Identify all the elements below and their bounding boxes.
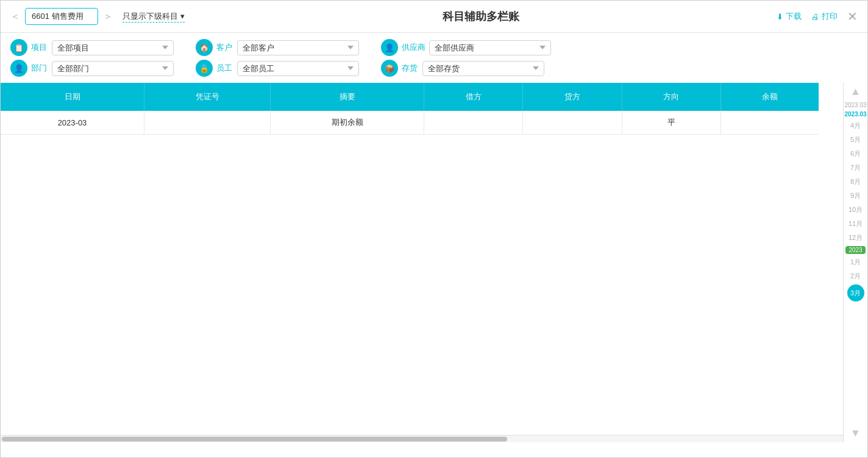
scrollbar-thumb	[2, 437, 507, 442]
main-window: ＜ 6601 销售费用 ＞ 只显示下级科目 ▾ 科目辅助多栏账 ⬇ 下载 🖨 打…	[0, 0, 868, 458]
cell-summary: 期初余额	[271, 111, 424, 135]
supplier-icon: 👤	[381, 39, 398, 56]
project-label: 项目	[31, 42, 48, 53]
cell-credit	[523, 111, 622, 135]
col-balance: 余额	[720, 83, 819, 111]
filter-item-employee: 🔒 员工 全部员工	[196, 60, 359, 77]
timeline-item-12[interactable]: 12月	[844, 231, 867, 245]
department-icon: 👤	[10, 60, 27, 77]
timeline-item-5[interactable]: 5月	[844, 133, 867, 147]
col-voucher: 凭证号	[144, 83, 271, 111]
employee-icon: 🔒	[196, 60, 213, 77]
download-icon: ⬇	[777, 12, 783, 21]
employee-select[interactable]: 全部员工	[237, 61, 359, 76]
top-bar: ＜ 6601 销售费用 ＞ 只显示下级科目 ▾ 科目辅助多栏账 ⬇ 下载 🖨 打…	[1, 1, 867, 33]
filter-item-department: 👤 部门 全部部门	[10, 60, 174, 77]
filter-item-project: 📋 项目 全部项目	[10, 39, 174, 56]
print-label: 打印	[822, 11, 838, 22]
supplier-label: 供应商	[402, 42, 425, 53]
project-icon: 📋	[10, 39, 27, 56]
col-date: 日期	[1, 83, 144, 111]
timeline-item-4[interactable]: 4月	[844, 119, 867, 133]
timeline-item-2[interactable]: 2月	[844, 269, 867, 283]
close-button[interactable]: ✕	[847, 9, 858, 24]
download-button[interactable]: ⬇ 下载	[777, 11, 802, 22]
table-wrapper: 日期 凭证号 摘要 借方 贷方 方向 余额 2023-03 期初余额	[1, 83, 843, 135]
timeline-item-8[interactable]: 8月	[844, 175, 867, 189]
next-account-arrow[interactable]: ＞	[103, 10, 113, 23]
cell-balance	[720, 111, 819, 135]
employee-label: 员工	[216, 63, 233, 74]
show-sub-label: 只显示下级科目	[123, 11, 178, 22]
col-summary: 摘要	[271, 83, 424, 111]
account-code[interactable]: 6601 销售费用	[25, 8, 98, 25]
inventory-icon: 📦	[381, 60, 398, 77]
cell-voucher	[144, 111, 271, 135]
timeline-item-6[interactable]: 6月	[844, 147, 867, 161]
project-select[interactable]: 全部项目	[52, 40, 174, 55]
cell-date: 2023-03	[1, 111, 144, 135]
timeline-item-3-active[interactable]: 3月	[847, 284, 864, 301]
filter-item-inventory: 📦 存货 全部存货	[381, 60, 544, 77]
timeline-item-2023-03[interactable]: 2023.03	[844, 110, 867, 119]
prev-account-arrow[interactable]: ＜	[10, 10, 20, 23]
table-row: 2023-03 期初余额 平	[1, 111, 819, 135]
col-direction: 方向	[622, 83, 720, 111]
inventory-label: 存货	[402, 63, 419, 74]
page-title: 科目辅助多栏账	[190, 9, 772, 24]
download-label: 下载	[786, 11, 802, 22]
data-table: 日期 凭证号 摘要 借方 贷方 方向 余额 2023-03 期初余额	[1, 83, 819, 135]
filter-item-supplier: 👤 供应商 全部供应商	[381, 39, 551, 56]
col-credit: 贷方	[523, 83, 622, 111]
filter-row-2: 👤 部门 全部部门 🔒 员工 全部员工 📦 存货 全部存货	[10, 60, 858, 77]
timeline: ▲ 2023.03 2023.03 4月 5月 6月 7月 8月 9月 10月 …	[843, 83, 867, 442]
timeline-up-arrow[interactable]: ▲	[848, 83, 864, 100]
table-header-row: 日期 凭证号 摘要 借方 贷方 方向 余额	[1, 83, 819, 111]
timeline-item-2023-03-header[interactable]: 2023.03	[844, 100, 867, 110]
filter-row-1: 📋 项目 全部项目 🏠 客户 全部客户 👤 供应商 全部供应商	[10, 39, 858, 56]
timeline-item-11[interactable]: 11月	[844, 217, 867, 231]
print-icon: 🖨	[811, 12, 819, 21]
inventory-select[interactable]: 全部存货	[422, 61, 544, 76]
show-sub-arrow-icon: ▾	[180, 12, 185, 21]
customer-label: 客户	[216, 42, 233, 53]
department-label: 部门	[31, 63, 48, 74]
filter-section: 📋 项目 全部项目 🏠 客户 全部客户 👤 供应商 全部供应商	[1, 33, 867, 83]
filter-item-customer: 🏠 客户 全部客户	[196, 39, 359, 56]
timeline-item-7[interactable]: 7月	[844, 161, 867, 175]
col-debit: 借方	[424, 83, 523, 111]
top-actions: ⬇ 下载 🖨 打印	[777, 11, 838, 22]
timeline-down-arrow[interactable]: ▼	[848, 425, 864, 442]
timeline-item-9[interactable]: 9月	[844, 189, 867, 203]
timeline-item-10[interactable]: 10月	[844, 203, 867, 217]
horizontal-scrollbar[interactable]	[1, 435, 843, 442]
timeline-item-1[interactable]: 1月	[844, 255, 867, 269]
main-area: 日期 凭证号 摘要 借方 贷方 方向 余额 2023-03 期初余额	[1, 83, 867, 442]
cell-direction: 平	[622, 111, 720, 135]
customer-select[interactable]: 全部客户	[237, 40, 359, 55]
show-sub-toggle[interactable]: 只显示下级科目 ▾	[123, 11, 185, 23]
supplier-select[interactable]: 全部供应商	[429, 40, 551, 55]
department-select[interactable]: 全部部门	[52, 61, 174, 76]
customer-icon: 🏠	[196, 39, 213, 56]
cell-debit	[424, 111, 523, 135]
timeline-year-badge[interactable]: 2023	[845, 246, 865, 254]
print-button[interactable]: 🖨 打印	[811, 11, 838, 22]
